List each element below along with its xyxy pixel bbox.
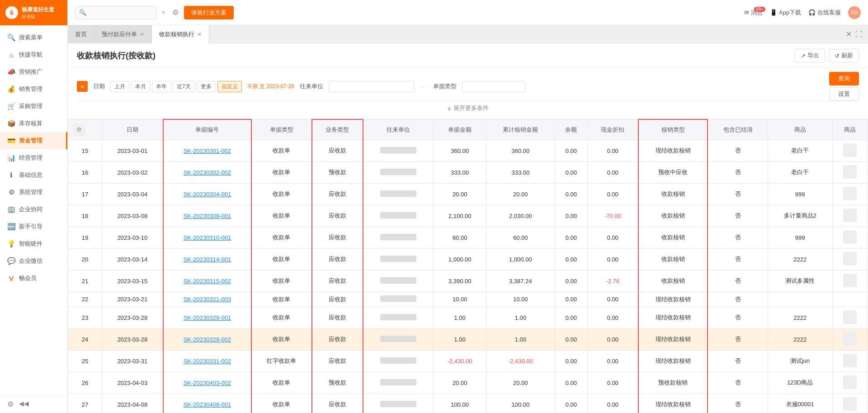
cell-no: 26 <box>68 372 102 394</box>
cell-bill-no: SK-20230310-001 <box>163 227 252 248</box>
tab-prepay[interactable]: 预付款应付单 ✕ <box>94 25 152 43</box>
headset-icon: 🎧 <box>808 9 816 16</box>
cell-goods2 <box>832 292 868 307</box>
cell-discount: 0.00 <box>587 307 638 328</box>
sidebar-nav: 🔍 搜索菜单 ⌂ 快捷导航 📣 营销推广 💰 销售管理 🛒 采购管理 📦 库存核… <box>0 25 67 395</box>
cell-goods2 <box>832 372 868 394</box>
tab-collection-close[interactable]: ✕ <box>197 31 202 38</box>
bill-no-link[interactable]: SK-20230315-002 <box>184 278 231 285</box>
sidebar-item-wechat[interactable]: 💬 企业微信 <box>0 252 67 270</box>
sidebar-item-member[interactable]: V 畅会员 <box>0 270 67 287</box>
cell-discount: 0.00 <box>587 328 638 350</box>
cell-included: 否 <box>708 307 768 328</box>
sidebar-item-quick[interactable]: ⌂ 快捷导航 <box>0 46 67 63</box>
expand-button[interactable]: ∨ 展开更多条件 <box>447 104 489 112</box>
tab-home[interactable]: 首页 <box>68 25 94 43</box>
bill-no-link[interactable]: SK-20230321-003 <box>184 296 231 303</box>
export-icon: ↗ <box>801 52 806 59</box>
tab-close-all-icon[interactable]: ✕ <box>846 30 852 38</box>
header-arrow-down-icon[interactable]: ▾ <box>162 9 165 16</box>
cell-date: 2023-03-21 <box>102 292 163 307</box>
cell-date: 2023-03-31 <box>102 350 163 372</box>
sidebar-item-hardware[interactable]: 💡 智能硬件 <box>0 235 67 252</box>
last-7days-btn[interactable]: 近7天 <box>173 81 195 92</box>
page-actions: ↗ 导出 ↺ 刷新 <box>795 49 859 62</box>
tab-collection[interactable]: 收款核销执行 ✕ <box>152 25 209 43</box>
notification-item[interactable]: ✉ 消息 99+ <box>744 9 763 17</box>
cell-goods1: 老白干 <box>768 161 832 183</box>
export-button[interactable]: ↗ 导出 <box>795 49 825 62</box>
header-gear-icon[interactable]: ⚙ <box>172 8 179 17</box>
app-download-item[interactable]: 📱 App下载 <box>770 9 801 17</box>
bill-no-link[interactable]: SK-20230308-001 <box>184 213 231 219</box>
sidebar-item-operation[interactable]: 📊 经营管理 <box>0 149 67 166</box>
cell-accum: 20.00 <box>486 183 555 205</box>
column-settings-icon[interactable]: ⚙ <box>73 123 85 136</box>
date-range-text: 不限 至 2023-07-26 <box>247 83 294 90</box>
header-search-box[interactable]: 🔍 <box>75 6 156 19</box>
cell-bill-type: 收款单 <box>251 372 311 394</box>
this-month-btn[interactable]: 本月 <box>131 81 150 92</box>
bill-no-link[interactable]: SK-20230314-001 <box>184 256 231 263</box>
counterpart-label: 往来单位 <box>300 82 323 90</box>
settings-button[interactable]: 设置 <box>829 87 859 101</box>
bill-no-link[interactable]: SK-20230331-002 <box>184 358 231 365</box>
table-container: ⚙ 日期 单据编号 单据类型 业务类型 往来单位 单据金额 累计核销金额 余额 … <box>68 119 868 413</box>
operation-icon: 📊 <box>7 154 15 162</box>
bill-no-link[interactable]: SK-20230301-002 <box>184 147 231 154</box>
cell-counterpart <box>363 140 434 161</box>
notification-icon: ✉ <box>744 9 749 16</box>
bill-no-link[interactable]: SK-20230403-002 <box>184 380 231 386</box>
sidebar-gear-icon[interactable]: ⚙ <box>7 400 14 408</box>
more-date-btn[interactable]: 更多 <box>197 81 216 92</box>
cell-balance: 0.00 <box>555 328 587 350</box>
col-header-settings[interactable]: ⚙ <box>68 119 102 140</box>
cell-balance: 0.00 <box>555 248 587 270</box>
sidebar-item-basic[interactable]: ℹ 基础信息 <box>0 166 67 184</box>
tab-prepay-close[interactable]: ✕ <box>140 31 144 38</box>
sidebar-item-purchase[interactable]: 🛒 采购管理 <box>0 98 67 115</box>
bill-no-link[interactable]: SK-20230310-001 <box>184 234 231 241</box>
sidebar-item-finance[interactable]: 💳 资金管理 <box>0 132 67 149</box>
table-row: 16 2023-03-02 SK-20230302-002 收款单 预收款 33… <box>68 161 868 183</box>
voucher-type-select[interactable] <box>462 81 525 92</box>
sidebar-item-marketing[interactable]: 📣 营销推广 <box>0 63 67 81</box>
col-header-verify-type: 核销类型 <box>638 119 708 140</box>
sidebar-item-inventory[interactable]: 📦 库存核算 <box>0 115 67 132</box>
sidebar-item-sales[interactable]: 💰 销售管理 <box>0 81 67 98</box>
user-avatar[interactable]: Rit <box>848 6 861 19</box>
refresh-button[interactable]: ↺ 刷新 <box>829 49 859 62</box>
cell-bill-no: SK-20230304-001 <box>163 183 252 205</box>
tabs-bar: 首页 预付款应付单 ✕ 收款核销执行 ✕ ✕ ⛶ <box>68 25 868 43</box>
cell-bill-type: 收款单 <box>251 292 311 307</box>
tab-maximize-icon[interactable]: ⛶ <box>855 30 863 38</box>
last-month-btn[interactable]: 上月 <box>110 81 129 92</box>
custom-date-btn[interactable]: 自定义 <box>217 81 242 92</box>
bill-no-link[interactable]: SK-20230304-001 <box>184 191 231 198</box>
sidebar-item-search[interactable]: 🔍 搜索菜单 <box>0 29 67 46</box>
cell-biz-type: 应收款 <box>312 350 363 372</box>
bill-no-link[interactable]: SK-20230408-001 <box>184 401 231 408</box>
cell-included: 否 <box>708 140 768 161</box>
cell-counterpart <box>363 372 434 394</box>
sidebar-item-corp[interactable]: 🏢 企业协同 <box>0 201 67 218</box>
sidebar-item-guide[interactable]: 🆕 新手引导 <box>0 218 67 235</box>
cell-amount: 333.00 <box>434 161 486 183</box>
bill-no-link[interactable]: SK-20230328-001 <box>184 314 231 321</box>
col-header-discount: 现金折扣 <box>587 119 638 140</box>
online-service-item[interactable]: 🎧 在线客服 <box>808 9 841 17</box>
industry-solution-button[interactable]: 体验行业方案 <box>184 6 234 19</box>
cell-discount: -2.76 <box>587 270 638 292</box>
bill-no-link[interactable]: SK-20230302-002 <box>184 169 231 176</box>
counterpart-input[interactable] <box>329 81 415 92</box>
cell-discount: 0.00 <box>587 183 638 205</box>
bill-no-link[interactable]: SK-20230328-002 <box>184 336 231 343</box>
this-year-btn[interactable]: 本年 <box>152 81 171 92</box>
table-body: 15 2023-03-01 SK-20230301-002 收款单 应收款 36… <box>68 140 868 413</box>
cell-counterpart <box>363 248 434 270</box>
cell-no: 25 <box>68 350 102 372</box>
sidebar-item-system[interactable]: ⚙ 系统管理 <box>0 184 67 201</box>
filter-toggle-button[interactable]: » <box>77 81 88 92</box>
sidebar-collapse-icon[interactable]: ◀◀ <box>19 400 29 408</box>
query-button[interactable]: 查询 <box>829 72 859 85</box>
